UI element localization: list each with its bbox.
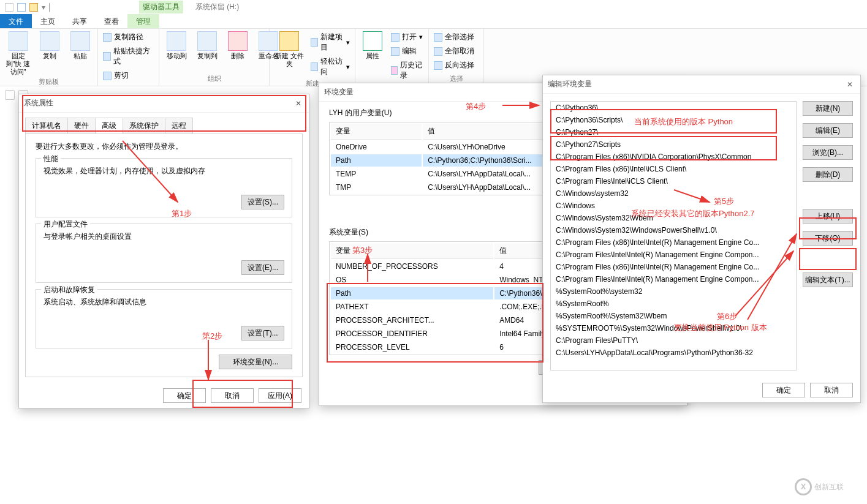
cancel-button[interactable]: 取消 <box>810 383 853 397</box>
path-list[interactable]: C:\Python36\C:\Python36\Scripts\C:\Pytho… <box>550 101 797 370</box>
startup-desc: 系统启动、系统故障和调试信息 <box>44 297 284 307</box>
window-icon <box>5 3 13 12</box>
close-icon[interactable]: ✕ <box>295 99 304 108</box>
tab-share[interactable]: 共享 <box>64 14 96 28</box>
properties-button[interactable]: 属性 <box>360 31 385 60</box>
list-item[interactable]: C:\Python27\Scripts <box>551 138 796 151</box>
dlg2-title: 环境变量 <box>324 87 354 97</box>
list-item[interactable]: C:\Windows\System32\WindowsPowerShell\v1… <box>551 224 796 236</box>
list-item[interactable]: C:\Program Files\Intel\iCLS Client\ <box>551 175 796 187</box>
edit-text-button[interactable]: 编辑文本(T)... <box>803 273 853 287</box>
select-none[interactable]: 全部取消 <box>434 45 479 57</box>
apply-button[interactable]: 应用(A) <box>259 388 301 403</box>
org-group-label: 组织 <box>164 74 264 83</box>
dlg1-title: 系统属性 <box>24 98 53 108</box>
new-item[interactable]: 新建项目▾ <box>311 31 350 53</box>
system-properties-dialog: 系统属性 ✕ 计算机名 硬件 高级 系统保护 远程 要进行大多数更改，你必须作为… <box>18 94 309 408</box>
titlebar: ▾ │ 驱动器工具 系统保留 (H:) <box>0 0 867 14</box>
list-item[interactable]: C:\Windows <box>551 200 796 212</box>
list-item[interactable]: C:\Program Files\PuTTY\ <box>551 334 796 347</box>
perf-settings-button[interactable]: 设置(S)... <box>241 195 284 209</box>
list-item[interactable]: %SystemRoot%\system32 <box>551 285 796 298</box>
profile-desc: 与登录帐户相关的桌面设置 <box>44 231 284 242</box>
startup-settings-button[interactable]: 设置(T)... <box>241 326 284 340</box>
tab-home[interactable]: 主页 <box>32 14 64 28</box>
list-item[interactable]: C:\Program Files (x86)\Intel\Intel(R) Ma… <box>551 261 796 273</box>
moveto-button[interactable]: 移动到 <box>164 31 189 60</box>
list-item[interactable]: %SystemRoot% <box>551 298 796 310</box>
list-item[interactable]: C:\Program Files (x86)\Intel\iCLS Client… <box>551 163 796 175</box>
list-item[interactable]: C:\Program Files (x86)\Intel\Intel(R) Ma… <box>551 236 796 249</box>
down-button[interactable]: 下移(O) <box>803 231 853 246</box>
perf-title: 性能 <box>41 154 61 164</box>
copy-path[interactable]: 复制路径 <box>103 31 154 43</box>
select-all[interactable]: 全部选择 <box>434 31 479 43</box>
new-button[interactable]: 新建(N) <box>803 101 853 116</box>
paste-button[interactable]: 粘贴 <box>68 31 93 60</box>
list-item[interactable]: C:\Program Files (x86)\NVIDIA Corporatio… <box>551 151 796 163</box>
edit-button[interactable]: 编辑(E) <box>803 123 853 138</box>
location-label: 系统保留 (H:) <box>195 2 239 12</box>
up-button[interactable]: 上移(U) <box>803 209 853 224</box>
tab-hardware[interactable]: 硬件 <box>67 118 96 134</box>
tab-view[interactable]: 查看 <box>96 14 127 28</box>
ok-button[interactable]: 确定 <box>762 383 805 397</box>
dlg3-title: 编辑环境变量 <box>548 79 592 89</box>
intro-text: 要进行大多数更改，你必须作为管理员登录。 <box>36 141 292 152</box>
tab-remote[interactable]: 远程 <box>165 118 193 134</box>
browse-button[interactable]: 浏览(B)... <box>803 145 853 160</box>
tab-protect[interactable]: 系统保护 <box>123 118 165 134</box>
edit-env-var-dialog: 编辑环境变量 ✕ C:\Python36\C:\Python36\Scripts… <box>542 75 861 403</box>
select-group-label: 选择 <box>434 74 479 83</box>
profile-title: 用户配置文件 <box>41 219 90 230</box>
perf-desc: 视觉效果，处理器计划，内存使用，以及虚拟内存 <box>44 166 284 176</box>
list-item[interactable]: C:\Python36\Scripts\ <box>551 114 796 126</box>
profile-settings-button[interactable]: 设置(E)... <box>241 260 284 275</box>
tab-file[interactable]: 文件 <box>0 14 32 28</box>
paste-shortcut[interactable]: 粘贴快捷方式 <box>103 45 154 67</box>
copy-button[interactable]: 复制 <box>37 31 62 60</box>
qat-icon[interactable] <box>17 3 26 12</box>
easy-access[interactable]: 轻松访问▾ <box>311 56 350 78</box>
tab-manage[interactable]: 管理 <box>127 14 159 28</box>
list-item[interactable]: C:\Windows\system32 <box>551 187 796 200</box>
startup-title: 启动和故障恢复 <box>41 285 97 295</box>
env-var-button[interactable]: 环境变量(N)... <box>219 355 292 369</box>
drive-tool-label: 驱动器工具 <box>139 1 183 13</box>
history-item[interactable]: 历史记录 <box>391 59 423 81</box>
back-button[interactable] <box>5 90 15 100</box>
list-item[interactable]: %SYSTEMROOT%\System32\WindowsPowerShell\… <box>551 322 796 334</box>
edit-item[interactable]: 编辑 <box>391 45 423 57</box>
folder-icon <box>29 3 38 12</box>
copyto-button[interactable]: 复制到 <box>195 31 219 60</box>
list-item[interactable]: C:\Python27\ <box>551 126 796 138</box>
delete-button[interactable]: 删除 <box>225 31 250 60</box>
list-item[interactable]: C:\Program Files\Intel\Intel(R) Manageme… <box>551 273 796 285</box>
tab-computer[interactable]: 计算机名 <box>25 118 68 134</box>
list-item[interactable]: C:\Program Files\Intel\Intel(R) Manageme… <box>551 249 796 261</box>
open-item[interactable]: 打开▾ <box>391 31 423 43</box>
ok-button[interactable]: 确定 <box>163 388 206 403</box>
invert-select[interactable]: 反向选择 <box>434 59 479 71</box>
list-item[interactable]: C:\Python36\ <box>551 102 796 114</box>
cut[interactable]: 剪切 <box>103 70 154 81</box>
pin-button[interactable]: 固定到"快 速访问" <box>5 31 31 76</box>
watermark-logo: X创新互联 <box>776 475 862 499</box>
delete-button[interactable]: 删除(D) <box>803 167 853 182</box>
close-icon[interactable]: ✕ <box>847 80 855 89</box>
list-item[interactable]: C:\Windows\System32\Wbem <box>551 212 796 224</box>
cancel-button[interactable]: 取消 <box>211 388 254 403</box>
list-item[interactable]: %SystemRoot%\System32\Wbem <box>551 310 796 322</box>
tab-advanced[interactable]: 高级 <box>95 118 123 134</box>
newfolder-button[interactable]: 新建 文件夹 <box>274 31 305 68</box>
list-item[interactable]: C:\Users\LYH\AppData\Local\Programs\Pyth… <box>551 347 796 359</box>
clipboard-group-label: 剪贴板 <box>5 77 93 86</box>
window-tabs: 文件 主页 共享 查看 管理 <box>0 14 867 29</box>
